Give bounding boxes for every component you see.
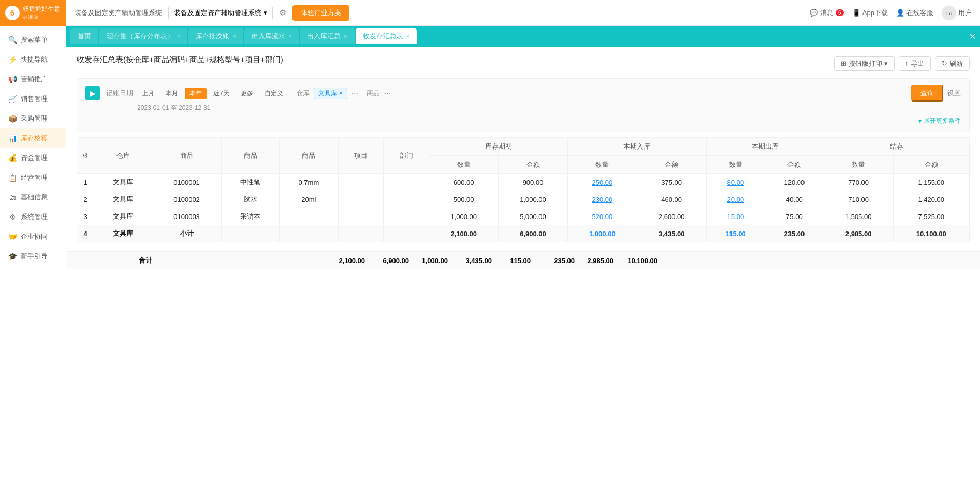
expand-filter-btn[interactable]: ▾ 展开更多条件	[918, 117, 961, 125]
table-row: 2 文具库 0100002 胶水 20ml 500.00 1,000.00 23…	[77, 191, 970, 208]
tab-batch-ledger[interactable]: 库存批次账 ×	[188, 28, 243, 44]
th-out-amt: 金额	[765, 156, 824, 174]
cell-in-qty-1[interactable]: 250.00	[567, 174, 637, 191]
goods-ellipsis[interactable]: ···	[384, 89, 391, 97]
service-icon: 👤	[896, 9, 904, 17]
cell-project-1	[338, 174, 384, 191]
experience-btn[interactable]: 体验行业方案	[292, 5, 349, 21]
sidebar-item-operations[interactable]: 📋 经营管理	[0, 168, 66, 187]
cell-bal-qty-2: 710.00	[824, 191, 893, 208]
sidebar-item-enterprise[interactable]: 🤝 企业协同	[0, 227, 66, 247]
tab-home[interactable]: 首页	[70, 28, 98, 44]
sidebar-item-guide[interactable]: 🎓 新手引导	[0, 247, 66, 266]
total-in-amt: 3,435.00	[452, 257, 496, 265]
cell-out-amt-3: 75.00	[765, 208, 824, 225]
app-download-btn[interactable]: 📱 App下载	[852, 8, 888, 18]
query-btn[interactable]: 查询	[911, 85, 943, 102]
finance-icon: 💰	[8, 154, 17, 162]
sidebar-item-base[interactable]: 🗂 基础信息	[0, 187, 66, 207]
table-header-row-1: ⚙ 仓库 商品 商品 商品 项目 部门 库存期初 本期入库 本期出库 结存	[77, 138, 970, 156]
sidebar-item-purchase-label: 采购管理	[21, 114, 48, 123]
tab-stock-dist-close[interactable]: ×	[177, 33, 180, 39]
cell-out-qty-3[interactable]: 15.00	[706, 208, 765, 225]
sidebar-item-marketing-label: 营销推广	[21, 75, 48, 84]
date-btn-last-month[interactable]: 上月	[137, 88, 159, 99]
date-btn-this-month[interactable]: 本月	[161, 88, 183, 99]
print-label: 按钮版打印	[849, 59, 882, 68]
subtotal-empty4	[384, 225, 429, 242]
settings-link[interactable]: 设置	[947, 89, 961, 98]
subtotal-warehouse: 文具库	[94, 225, 152, 242]
system-select-dropdown[interactable]: 装备及固定资产辅助管理系统 ▾	[168, 6, 273, 20]
tab-in-out-summary[interactable]: 出入库汇总 ×	[300, 28, 354, 44]
message-btn[interactable]: 💬 消息 6	[810, 8, 844, 18]
sidebar-item-inventory[interactable]: 📊 库存核算	[0, 128, 66, 148]
warehouse-ellipsis[interactable]: ···	[352, 89, 358, 97]
cell-in-amt-3: 2,600.00	[637, 208, 706, 225]
warehouse-tag-close[interactable]: ×	[339, 90, 343, 97]
sidebar-item-purchase[interactable]: 📦 采购管理	[0, 109, 66, 128]
tabs-close-all[interactable]: ✕	[969, 32, 976, 41]
export-btn[interactable]: ↑ 导出	[899, 56, 931, 71]
tab-batch-ledger-close[interactable]: ×	[232, 33, 236, 39]
subtotal-out-qty[interactable]: 115.00	[706, 225, 765, 242]
total-open-qty: 2,100.00	[330, 257, 369, 265]
message-label: 消息	[820, 8, 833, 18]
system-select-label: 装备及固定资产辅助管理系统	[174, 8, 261, 18]
header-right: 💬 消息 6 📱 App下载 👤 在线客服 Ea 用户	[810, 6, 972, 20]
out-qty-link-2[interactable]: 20.00	[727, 196, 744, 204]
subtotal-in-qty[interactable]: 1,000.00	[567, 225, 637, 242]
cell-bal-amt-1: 1,155.00	[893, 174, 969, 191]
table-row: 1 文具库 0100001 中性笔 0.7mm 600.00 900.00 25…	[77, 174, 970, 191]
in-qty-link-2[interactable]: 230.00	[592, 196, 612, 204]
export-label: 导出	[911, 59, 924, 68]
page-container: 收发存汇总表(按仓库+商品编码+商品+规格型号+项目+部门) ⊞ 按钮版打印 ▾…	[66, 47, 980, 251]
in-qty-link-1[interactable]: 250.00	[592, 179, 612, 186]
gear-icon[interactable]: ⚙	[279, 8, 286, 18]
date-btn-this-year[interactable]: 本年	[185, 88, 207, 99]
warehouse-tag-label: 文具库	[318, 89, 337, 98]
cell-warehouse-1: 文具库	[94, 174, 152, 191]
cell-in-qty-2[interactable]: 230.00	[567, 191, 637, 208]
sidebar-item-quick-nav[interactable]: ⚡ 快捷导航	[0, 50, 66, 69]
cell-in-qty-3[interactable]: 520.00	[567, 208, 637, 225]
sidebar-item-system[interactable]: ⚙ 系统管理	[0, 207, 66, 227]
cell-open-qty-2: 500.00	[429, 191, 499, 208]
subtotal-out-qty-link[interactable]: 115.00	[725, 230, 746, 238]
message-badge: 6	[836, 9, 844, 16]
date-btn-custom[interactable]: 自定义	[260, 88, 288, 99]
date-btn-last-7[interactable]: 近7天	[209, 88, 234, 99]
tab-recv-send-summary-close[interactable]: ×	[406, 33, 409, 39]
tab-stock-dist[interactable]: 现存量（库存分布表） ×	[99, 28, 187, 44]
cell-warehouse-3: 文具库	[94, 208, 152, 225]
out-qty-link-3[interactable]: 15.00	[727, 213, 744, 221]
filter-collapse-btn[interactable]: ▶	[85, 86, 100, 100]
subtotal-in-qty-link[interactable]: 1,000.00	[589, 230, 616, 238]
sidebar-item-search[interactable]: 🔍 搜索菜单	[0, 30, 66, 50]
in-qty-link-3[interactable]: 520.00	[592, 213, 612, 221]
th-open-qty: 数量	[429, 156, 499, 174]
goods-label: 商品	[367, 89, 380, 98]
sidebar-item-finance-label: 资金管理	[21, 153, 48, 163]
tab-in-out-flow-close[interactable]: ×	[288, 33, 291, 39]
message-icon: 💬	[810, 9, 818, 17]
date-range-display: 2023-01-01 至 2023-12-31	[137, 104, 210, 111]
sidebar-item-marketing[interactable]: 📢 营销推广	[0, 69, 66, 89]
sidebar-item-finance[interactable]: 💰 资金管理	[0, 148, 66, 168]
sidebar-item-sales-label: 销售管理	[21, 94, 48, 104]
tab-in-out-flow[interactable]: 出入库流水 ×	[244, 28, 299, 44]
th-settings[interactable]: ⚙	[77, 138, 94, 174]
tab-in-out-summary-close[interactable]: ×	[344, 33, 347, 39]
tab-in-out-flow-label: 出入库流水	[252, 32, 285, 41]
print-btn[interactable]: ⊞ 按钮版打印 ▾	[834, 56, 895, 71]
online-service-btn[interactable]: 👤 在线客服	[896, 8, 933, 18]
user-menu[interactable]: Ea 用户	[942, 6, 972, 20]
sidebar-item-sales[interactable]: 🛒 销售管理	[0, 89, 66, 109]
cell-out-qty-1[interactable]: 80.00	[706, 174, 765, 191]
tab-recv-send-summary[interactable]: 收发存汇总表 ×	[356, 28, 417, 44]
date-btn-more[interactable]: 更多	[236, 88, 258, 99]
subtotal-label: 小计	[152, 225, 222, 242]
out-qty-link-1[interactable]: 80.00	[727, 179, 744, 186]
cell-out-qty-2[interactable]: 20.00	[706, 191, 765, 208]
refresh-btn[interactable]: ↻ 刷新	[935, 56, 970, 71]
